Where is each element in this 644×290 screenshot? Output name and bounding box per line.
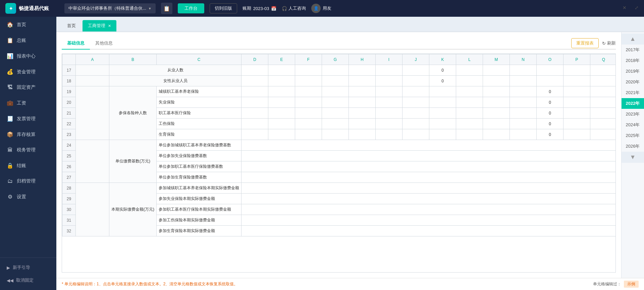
- cell-20-n[interactable]: [510, 97, 537, 108]
- cell-22-f[interactable]: [295, 119, 322, 129]
- year-item-2020[interactable]: 2020年: [622, 77, 644, 87]
- cell-23-p[interactable]: [564, 129, 590, 140]
- sidebar-item-ledger[interactable]: 📋 总账: [0, 32, 56, 48]
- cell-20-h[interactable]: [349, 97, 376, 108]
- cell-19-p[interactable]: [564, 86, 590, 97]
- sidebar-item-archive[interactable]: 🗂 归档管理: [0, 173, 56, 189]
- cell-20-d[interactable]: [241, 97, 268, 108]
- cell-18-n[interactable]: [510, 76, 537, 86]
- cell-20-l[interactable]: [456, 97, 483, 108]
- cell-25-data[interactable]: [241, 151, 616, 161]
- cell-20-j[interactable]: [402, 97, 429, 108]
- cell-27-data[interactable]: [241, 172, 616, 183]
- cell-26-data[interactable]: [241, 161, 616, 172]
- cell-17-j[interactable]: [402, 65, 429, 76]
- year-item-2017[interactable]: 2017年: [622, 45, 644, 55]
- calendar-icon[interactable]: 📅: [271, 6, 276, 11]
- year-item-2021[interactable]: 2021年: [622, 87, 644, 98]
- cell-19-j[interactable]: [402, 86, 429, 97]
- cell-31-c[interactable]: 参加工伤保险本期实际缴费金额: [157, 215, 241, 226]
- cell-22-p[interactable]: [564, 119, 590, 129]
- year-down-button[interactable]: ▼: [622, 152, 644, 163]
- cell-23-n[interactable]: [510, 129, 537, 140]
- cell-19-l[interactable]: [456, 86, 483, 97]
- sidebar-item-unpin[interactable]: ◀◀ 取消固定: [0, 274, 56, 287]
- cell-19-m[interactable]: [483, 86, 510, 97]
- cell-21-e[interactable]: [268, 108, 295, 119]
- cell-22-g[interactable]: [322, 119, 349, 129]
- cell-19-21-a[interactable]: [76, 86, 109, 140]
- cell-18-f[interactable]: [295, 76, 322, 86]
- cell-23-h[interactable]: [349, 129, 376, 140]
- cell-24-b[interactable]: 单位缴费基数(万元): [109, 140, 157, 183]
- cell-17-a[interactable]: [76, 65, 109, 76]
- cell-22-h[interactable]: [349, 119, 376, 129]
- cell-18-d[interactable]: [241, 76, 268, 86]
- cell-17-h[interactable]: [349, 65, 376, 76]
- cell-17-f[interactable]: [295, 65, 322, 76]
- cell-17-b[interactable]: 从业人数: [109, 65, 241, 76]
- cell-21-o[interactable]: 0: [537, 108, 564, 119]
- cell-21-p[interactable]: [564, 108, 590, 119]
- cell-21-q[interactable]: [590, 108, 616, 119]
- cell-21-j[interactable]: [402, 108, 429, 119]
- cell-23-i[interactable]: [376, 129, 402, 140]
- cell-18-q[interactable]: [590, 76, 616, 86]
- reset-report-button[interactable]: 重置报表: [571, 38, 599, 48]
- cell-23-g[interactable]: [322, 129, 349, 140]
- tab-close-icon[interactable]: ✕: [108, 24, 111, 28]
- cell-23-d[interactable]: [241, 129, 268, 140]
- cell-20-o[interactable]: 0: [537, 97, 564, 108]
- year-item-2018[interactable]: 2018年: [622, 55, 644, 66]
- cell-21-l[interactable]: [456, 108, 483, 119]
- tab-home[interactable]: 首页: [62, 20, 81, 31]
- cell-18-o[interactable]: [537, 76, 564, 86]
- cell-19-d[interactable]: [241, 86, 268, 97]
- cell-29-c[interactable]: 参加失业保险本期实际缴费金额: [157, 194, 241, 204]
- cell-19-g[interactable]: [322, 86, 349, 97]
- cell-18-l[interactable]: [456, 76, 483, 86]
- sidebar-item-settings[interactable]: ⚙ 设置: [0, 189, 56, 205]
- cell-20-g[interactable]: [322, 97, 349, 108]
- cell-22-m[interactable]: [483, 119, 510, 129]
- cell-21-g[interactable]: [322, 108, 349, 119]
- cell-19-n[interactable]: [510, 86, 537, 97]
- cell-17-i[interactable]: [376, 65, 402, 76]
- cell-22-o[interactable]: 0: [537, 119, 564, 129]
- cell-18-g[interactable]: [322, 76, 349, 86]
- cell-23-l[interactable]: [456, 129, 483, 140]
- year-item-2022[interactable]: 2022年: [622, 98, 644, 109]
- cell-21-m[interactable]: [483, 108, 510, 119]
- old-version-button[interactable]: 切到旧版: [210, 3, 237, 13]
- cell-23-f[interactable]: [295, 129, 322, 140]
- cell-19-c[interactable]: 城镇职工基本养老保险: [157, 86, 241, 97]
- cell-18-p[interactable]: [564, 76, 590, 86]
- cell-21-f[interactable]: [295, 108, 322, 119]
- company-selector[interactable]: 中审众环会计师事务所（特殊普通合伙... ▼: [64, 3, 156, 13]
- cell-20-q[interactable]: [590, 97, 616, 108]
- copy-button[interactable]: 📋: [161, 3, 172, 14]
- cell-19-21-b[interactable]: 参保各险种人数: [109, 86, 157, 140]
- cell-21-n[interactable]: [510, 108, 537, 119]
- cell-21-h[interactable]: [349, 108, 376, 119]
- cell-28-data[interactable]: [241, 183, 616, 194]
- cell-29-data[interactable]: [241, 194, 616, 204]
- year-item-2023[interactable]: 2023年: [622, 109, 644, 120]
- cell-20-i[interactable]: [376, 97, 402, 108]
- cell-23-j[interactable]: [402, 129, 429, 140]
- cell-17-n[interactable]: [510, 65, 537, 76]
- cell-28-a[interactable]: [76, 183, 109, 236]
- cell-19-o[interactable]: 0: [537, 86, 564, 97]
- cell-22-d[interactable]: [241, 119, 268, 129]
- sidebar-item-reports[interactable]: 📊 报表中心: [0, 48, 56, 64]
- cell-19-h[interactable]: [349, 86, 376, 97]
- cell-28-b[interactable]: 本期实际缴费金额(万元): [109, 183, 157, 236]
- sidebar-item-assets[interactable]: 🏗 固定资产: [0, 80, 56, 95]
- cell-18-k[interactable]: 0: [429, 76, 456, 86]
- sidebar-item-home[interactable]: 🏠 首页: [0, 17, 56, 32]
- cell-23-k[interactable]: [429, 129, 456, 140]
- cell-17-d[interactable]: [241, 65, 268, 76]
- cell-19-f[interactable]: [295, 86, 322, 97]
- cell-17-l[interactable]: [456, 65, 483, 76]
- cell-20-e[interactable]: [268, 97, 295, 108]
